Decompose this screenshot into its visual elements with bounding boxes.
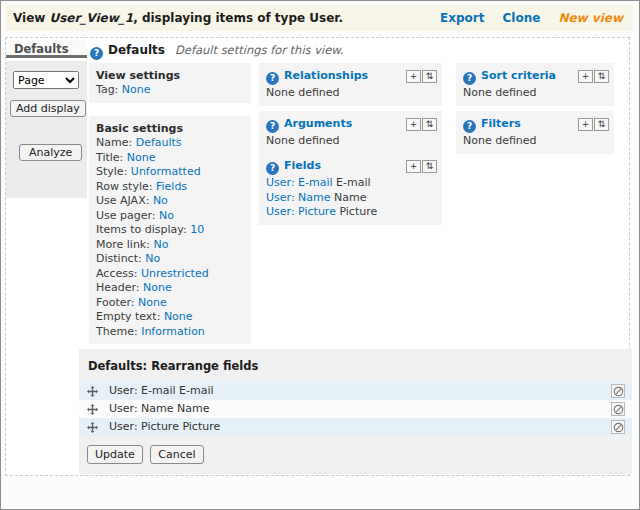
setting-row: Header: None (96, 281, 244, 296)
setting-value-link[interactable]: None (164, 310, 193, 323)
setting-value-link[interactable]: Unrestricted (141, 267, 209, 280)
setting-value-link[interactable]: No (153, 238, 168, 251)
setting-label: Name: (96, 136, 132, 149)
field-link[interactable]: User: E-mail (266, 176, 333, 189)
sort-criteria-box: ?Sort criteria +⇅ None defined (456, 63, 614, 106)
arguments-title-link[interactable]: Arguments (284, 117, 352, 130)
setting-value-link[interactable]: Information (141, 325, 205, 338)
arguments-empty-text: None defined (266, 134, 435, 149)
analyze-button[interactable]: Analyze (19, 144, 82, 161)
clone-link[interactable]: Clone (503, 11, 541, 25)
rearrange-icon[interactable]: ⇅ (594, 70, 609, 83)
setting-row: Use pager: No (96, 209, 244, 224)
filters-title-link[interactable]: Filters (481, 117, 521, 130)
remove-icon[interactable] (611, 402, 625, 416)
setting-value-link[interactable]: None (143, 281, 172, 294)
relationships-title-link[interactable]: Relationships (284, 69, 368, 82)
form-actions: Update Cancel (79, 436, 632, 464)
setting-value-link[interactable]: Fields (156, 180, 187, 193)
setting-value-link[interactable]: None (138, 296, 167, 309)
help-icon[interactable]: ? (463, 120, 476, 133)
fields-title-link[interactable]: Fields (284, 159, 321, 172)
field-item: User: E-mail E-mail (266, 176, 435, 191)
arguments-box: ?Arguments +⇅ None defined (259, 111, 442, 154)
setting-value-link[interactable]: Defaults (136, 136, 182, 149)
table-row[interactable]: User: E-mail E-mail (79, 382, 632, 400)
setting-row: Access: Unrestricted (96, 267, 244, 282)
setting-row: Title: None (96, 151, 244, 166)
field-label: E-mail (336, 176, 371, 189)
setting-label: Use AJAX: (96, 194, 149, 207)
setting-label: Empty text: (96, 310, 160, 323)
rearrange-icon[interactable]: ⇅ (422, 70, 437, 83)
setting-row: Row style: Fields (96, 180, 244, 195)
rearrange-icon[interactable]: ⇅ (594, 118, 609, 131)
rearrange-row-label: User: Name Name (109, 402, 209, 415)
field-link[interactable]: User: Name (266, 191, 331, 204)
update-button[interactable]: Update (87, 445, 143, 464)
view-name: User_View_1 (49, 11, 133, 25)
help-icon[interactable]: ? (90, 47, 103, 60)
tab-defaults[interactable]: Defaults (6, 40, 87, 58)
setting-value-link[interactable]: No (153, 194, 168, 207)
help-icon[interactable]: ? (463, 72, 476, 85)
tag-label: Tag: (96, 83, 118, 96)
add-icon[interactable]: + (578, 118, 593, 131)
view-title-prefix: View (13, 11, 45, 25)
rearrange-fields-title: Defaults: Rearrange fields (79, 349, 632, 382)
setting-label: Distinct: (96, 252, 142, 265)
setting-value-link[interactable]: No (145, 252, 160, 265)
field-link[interactable]: User: Picture (266, 205, 336, 218)
display-type-select[interactable]: Page (13, 71, 79, 89)
help-icon[interactable]: ? (266, 120, 279, 133)
view-settings-title: View settings (96, 68, 244, 83)
setting-value-link[interactable]: 10 (190, 223, 204, 236)
view-summary-bar: ViewUser_View_1, displaying items of typ… (5, 5, 633, 31)
drag-handle-icon[interactable] (87, 385, 98, 396)
help-icon[interactable]: ? (266, 72, 279, 85)
tag-setting: Tag: None (96, 83, 244, 98)
help-icon[interactable]: ? (266, 162, 279, 175)
export-link[interactable]: Export (440, 11, 484, 25)
new-view-link[interactable]: New view (558, 11, 623, 25)
basic-settings-box: Basic settings Name: Defaults Title: Non… (89, 116, 251, 344)
setting-label: Title: (96, 151, 123, 164)
setting-row: Distinct: No (96, 252, 244, 267)
sort-criteria-empty-text: None defined (463, 86, 607, 101)
display-sidebar: Page Add display Analyze (6, 61, 87, 198)
drag-handle-icon[interactable] (87, 421, 98, 432)
add-icon[interactable]: + (406, 118, 421, 131)
field-item: User: Name Name (266, 191, 435, 206)
setting-value-link[interactable]: No (159, 209, 174, 222)
setting-label: Header: (96, 281, 140, 294)
setting-value-link[interactable]: None (127, 151, 156, 164)
table-row[interactable]: User: Name Name (79, 400, 632, 418)
table-row[interactable]: User: Picture Picture (79, 418, 632, 436)
defaults-heading: ?DefaultsDefault settings for this view. (90, 43, 343, 59)
remove-icon[interactable] (611, 384, 625, 398)
add-icon[interactable]: + (578, 70, 593, 83)
rearrange-row-label: User: Picture Picture (109, 420, 220, 433)
cancel-button[interactable]: Cancel (150, 445, 203, 464)
rearrange-icon[interactable]: ⇅ (422, 160, 437, 173)
setting-label: Items to display: (96, 223, 187, 236)
remove-icon[interactable] (611, 420, 625, 434)
relationships-empty-text: None defined (266, 86, 435, 101)
setting-value-link[interactable]: Unformatted (131, 165, 201, 178)
rearrange-fields-panel: Defaults: Rearrange fields User: E-mail … (79, 349, 632, 474)
add-display-button[interactable]: Add display (10, 100, 86, 117)
rearrange-icon[interactable]: ⇅ (422, 118, 437, 131)
field-label: Name (334, 191, 366, 204)
drag-handle-icon[interactable] (87, 403, 98, 414)
tag-value-link[interactable]: None (122, 83, 151, 96)
add-icon[interactable]: + (406, 70, 421, 83)
setting-label: Style: (96, 165, 127, 178)
rearrange-row-label: User: E-mail E-mail (109, 384, 214, 397)
page-title: Defaults (108, 43, 165, 57)
add-icon[interactable]: + (406, 160, 421, 173)
sort-criteria-title-link[interactable]: Sort criteria (481, 69, 556, 82)
setting-row: Use AJAX: No (96, 194, 244, 209)
setting-label: Footer: (96, 296, 135, 309)
setting-row: Name: Defaults (96, 136, 244, 151)
field-label: Picture (339, 205, 377, 218)
